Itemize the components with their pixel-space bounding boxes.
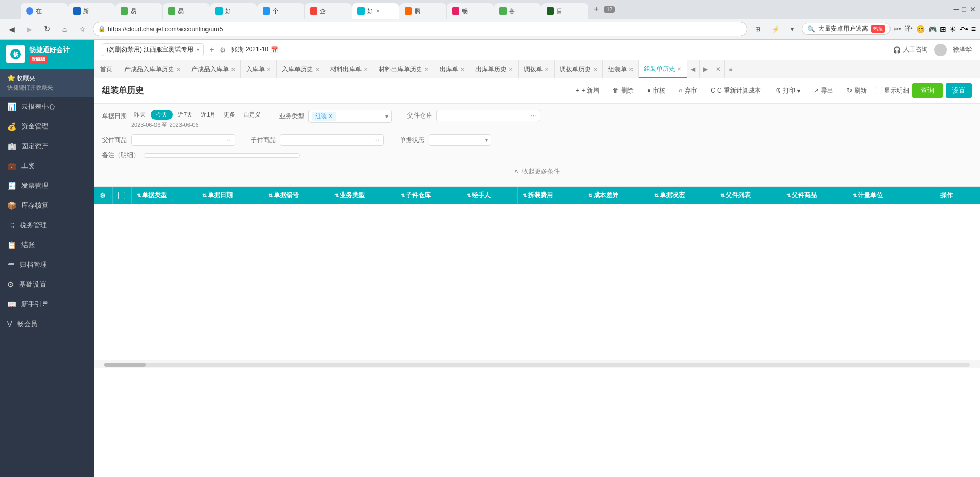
nav-tab-2[interactable]: 产成品入库单 ✕ [186,60,241,78]
scrollbar-track[interactable] [104,363,970,367]
sidebar-item-salary[interactable]: 💼 工资 [0,156,94,176]
parent-warehouse-input[interactable]: ··· [436,110,540,121]
sidebar-item-settle[interactable]: 📋 结账 [0,235,94,255]
gear-btn[interactable]: ⚙ [220,46,226,54]
minimize-btn[interactable]: ─ [954,5,959,14]
tab-close[interactable]: ✕ [315,67,319,72]
nav-tab-active[interactable]: 组装单历史 ✕ [639,60,687,78]
sidebar-item-fund[interactable]: 💰 资金管理 [0,117,94,136]
nav-tab-4[interactable]: 入库单历史 ✕ [277,60,325,78]
col-checkbox[interactable] [112,187,131,204]
home-btn[interactable]: ⌂ [57,22,72,36]
sidebar-item-asset[interactable]: 🏢 固定资产 [0,136,94,156]
col-bill-status[interactable]: ⇅单据状态 [649,187,715,204]
yesterday-btn[interactable]: 昨天 [131,110,149,120]
display-detail-checkbox[interactable]: 显示明细 [875,86,909,95]
delete-button[interactable]: 🗑 删除 [608,84,639,97]
tabs-close-all[interactable]: ✕ [712,60,725,78]
new-tab-button[interactable]: + [589,2,603,17]
sidebar-item-settings[interactable]: ⚙ 基础设置 [0,275,94,294]
browser-tab-4[interactable]: 易 [163,3,210,19]
query-button[interactable]: 查询 [912,83,943,98]
extensions-btn[interactable]: ⊞ [751,22,765,36]
bill-status-dropdown[interactable] [429,134,491,146]
customer-service-btn[interactable]: 🎧 人工咨询 [893,45,928,54]
tab-close[interactable]: ✕ [460,67,465,72]
col-bill-type[interactable]: ⇅单据类型 [131,187,197,204]
undo-btn[interactable]: ↶• [959,25,968,33]
abandon-button[interactable]: ○ 弃审 [674,84,702,97]
col-cost-diff[interactable]: ⇅成本差异 [583,187,649,204]
col-unit[interactable]: ⇅计量单位 [847,187,913,204]
sidebar-item-member[interactable]: V 畅会员 [0,314,94,334]
tabs-menu[interactable]: ≡ [725,60,737,78]
nav-tab-11[interactable]: 组装单 ✕ [603,60,639,78]
col-child-warehouse[interactable]: ⇅子件仓库 [395,187,461,204]
sun-btn[interactable]: ☀ [949,25,956,33]
col-settings[interactable]: ⚙ [94,187,112,204]
tabs-nav-next[interactable]: ▶ [700,60,712,78]
scrollbar-thumb[interactable] [104,363,146,367]
tabs-nav-prev[interactable]: ◀ [687,60,700,78]
tab-close[interactable]: ✕ [509,67,513,72]
lightning-btn[interactable]: ⚡ [768,22,783,36]
col-parent-goods[interactable]: ⇅父件商品 [781,187,847,204]
bottom-scrollbar[interactable] [94,360,980,368]
game-btn[interactable]: 🎮 [928,25,937,33]
more-input-dots[interactable]: ··· [531,112,536,119]
col-business-type[interactable]: ⇅业务类型 [329,187,395,204]
tab-close[interactable]: ✕ [364,67,368,72]
tab-close[interactable]: ✕ [231,67,235,72]
translate-btn[interactable]: 译• [905,24,913,33]
col-disassembly-fee[interactable]: ⇅拆装费用 [517,187,583,204]
browser-tab-11[interactable]: 各 [494,3,541,19]
tab-close[interactable]: ✕ [629,67,633,72]
sidebar-item-tax[interactable]: 🖨 税务管理 [0,215,94,235]
col-bill-date[interactable]: ⇅单据日期 [197,187,263,204]
child-goods-dots[interactable]: ··· [374,136,379,144]
star-btn[interactable]: ☆ [75,22,89,36]
company-selector[interactable]: (勿删勿禁用) 江西服宝测试专用 ▾ [102,43,204,56]
print-button[interactable]: 🖨 打印 ▾ [769,84,805,97]
nav-tab-5[interactable]: 材料出库单 ✕ [325,60,373,78]
filter-collapse-btn[interactable]: ∧ 收起更多条件 [102,163,972,180]
nav-tab-10[interactable]: 调拨单历史 ✕ [555,60,603,78]
col-parent-list[interactable]: ⇅父件列表 [715,187,781,204]
month-btn[interactable]: 近1月 [198,110,218,120]
notes-input[interactable] [144,153,300,158]
approve-button[interactable]: ● 审核 [642,84,670,97]
nav-tab-1[interactable]: 产成品入库单历史 ✕ [119,60,186,78]
refresh-button[interactable]: ↻ 刷新 [842,84,872,97]
business-type-input[interactable]: 组装 ✕ ▾ [308,110,392,123]
col-bill-no[interactable]: ⇅单据编号 [263,187,329,204]
period-selector[interactable]: 账期 2021-10 📅 [231,45,278,54]
nav-tab-home[interactable]: 首页 [94,60,119,78]
emoji-btn[interactable]: 😊 [916,25,925,33]
browser-tab-5[interactable]: 好 [210,3,257,19]
search-bar[interactable]: 🔍 大量安卓用户逃离 热搜 [802,23,891,35]
menu-btn[interactable]: ≡ [971,24,976,34]
sidebar-item-reports[interactable]: 📊 云报表中心 [0,97,94,117]
forward-btn[interactable]: ▶ [22,22,36,36]
custom-btn[interactable]: 自定义 [240,110,264,120]
active-tab-close[interactable]: ✕ [677,66,681,72]
browser-tab-3[interactable]: 易 [115,3,162,19]
browser-tab-2[interactable]: 新 [68,3,115,19]
tag-remove-btn[interactable]: ✕ [328,113,333,120]
browser-tab-1[interactable]: 在 [21,3,68,19]
browser-tab-active[interactable]: 好 ✕ [352,3,399,19]
tab-close[interactable]: ✕ [545,67,549,72]
add-button[interactable]: + + 新增 [570,84,604,97]
grid-btn[interactable]: ⊞ [940,25,946,33]
back-btn[interactable]: ◀ [4,22,19,36]
browser-tab-6[interactable]: 个 [257,3,304,19]
bill-status-select[interactable]: ▾ [429,134,491,146]
parent-goods-input[interactable]: ··· [131,134,235,146]
sidebar-item-archive[interactable]: 🗃 归档管理 [0,255,94,275]
browser-tab-12[interactable]: 目 [541,3,588,19]
nav-tab-6[interactable]: 材料出库单历史 ✕ [373,60,434,78]
maximize-btn[interactable]: □ [962,5,966,14]
nav-tab-8[interactable]: 出库单历史 ✕ [470,60,519,78]
add-btn[interactable]: + [209,45,214,55]
week-btn[interactable]: 近7天 [175,110,196,120]
